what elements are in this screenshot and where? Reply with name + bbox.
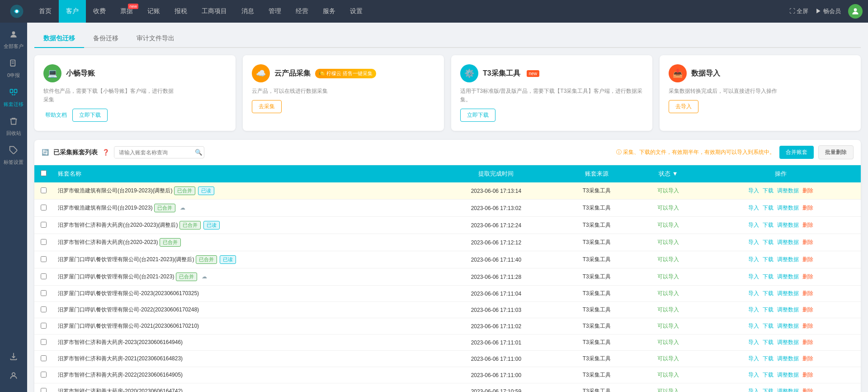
cloud-collect-btn[interactable]: 去采集 (252, 100, 282, 113)
nav-item-customer[interactable]: 客户 (59, 0, 86, 23)
tab-backup-migrate[interactable]: 备份迁移 (84, 30, 127, 48)
row-checkbox[interactable] (41, 239, 47, 245)
sidebar-item-zero-declare[interactable]: 0申报 (1, 55, 26, 82)
row-checkbox[interactable] (41, 222, 47, 228)
search-input[interactable] (114, 147, 191, 158)
row-checkbox[interactable] (41, 306, 47, 312)
sidebar-item-profile[interactable] (1, 368, 26, 385)
xiaochange-download-btn[interactable]: 立即下载 (72, 109, 108, 122)
row-checkbox[interactable] (41, 323, 47, 329)
action-下载-btn[interactable]: 下载 (763, 205, 774, 211)
action-下载-btn[interactable]: 下载 (763, 355, 774, 362)
action-下载-btn[interactable]: 下载 (763, 290, 774, 296)
action-下载-btn[interactable]: 下载 (763, 372, 774, 378)
help-icon[interactable]: ❓ (102, 149, 109, 156)
sidebar-item-tag[interactable]: 标签设置 (1, 142, 26, 169)
action-调整数据-btn[interactable]: 调整数据 (777, 372, 799, 378)
row-checkbox[interactable] (41, 372, 47, 378)
action-调整数据-btn[interactable]: 调整数据 (777, 222, 799, 228)
action-导入-btn[interactable]: 导入 (748, 273, 759, 280)
action-下载-btn[interactable]: 下载 (763, 388, 774, 392)
action-导入-btn[interactable]: 导入 (748, 388, 759, 392)
t3-download-btn[interactable]: 立即下载 (460, 109, 495, 122)
action-delete-btn[interactable]: 删除 (802, 372, 813, 378)
member-btn[interactable]: ▶ 畅会员 (816, 7, 841, 15)
action-导入-btn[interactable]: 导入 (748, 239, 759, 245)
action-delete-btn[interactable]: 删除 (802, 256, 813, 263)
action-delete-btn[interactable]: 删除 (802, 222, 813, 228)
nav-item-operation[interactable]: 经营 (288, 0, 316, 23)
action-delete-btn[interactable]: 删除 (802, 323, 813, 329)
xiaochange-help-link[interactable]: 帮助文档 (45, 111, 67, 119)
tab-audit-export[interactable]: 审计文件导出 (127, 30, 184, 48)
cloud-sync-icon[interactable]: ☁ (180, 205, 185, 211)
action-导入-btn[interactable]: 导入 (748, 355, 759, 362)
nav-item-fee[interactable]: 收费 (86, 0, 113, 23)
nav-item-manage[interactable]: 管理 (261, 0, 288, 23)
row-checkbox[interactable] (41, 355, 47, 361)
nav-item-bookkeep[interactable]: 记账 (140, 0, 167, 23)
row-checkbox[interactable] (41, 273, 47, 279)
action-导入-btn[interactable]: 导入 (748, 339, 759, 345)
cloud-sync-icon[interactable]: ☁ (202, 273, 207, 280)
nav-item-business[interactable]: 工商项目 (194, 0, 234, 23)
dataimport-goto-btn[interactable]: 去导入 (669, 100, 698, 113)
action-调整数据-btn[interactable]: 调整数据 (777, 239, 799, 245)
row-checkbox[interactable] (41, 388, 47, 392)
action-调整数据-btn[interactable]: 调整数据 (777, 323, 799, 329)
merge-accounts-btn[interactable]: 合并账套 (779, 146, 814, 159)
user-avatar[interactable] (848, 4, 863, 19)
search-button[interactable]: 🔍 (191, 147, 204, 158)
sidebar-item-recycle[interactable]: 回收站 (1, 113, 26, 140)
nav-item-invoice[interactable]: 票据new (113, 0, 140, 23)
action-delete-btn[interactable]: 删除 (802, 205, 813, 211)
action-delete-btn[interactable]: 删除 (802, 290, 813, 296)
row-checkbox[interactable] (41, 205, 47, 210)
action-下载-btn[interactable]: 下载 (763, 273, 774, 280)
action-下载-btn[interactable]: 下载 (763, 323, 774, 329)
action-下载-btn[interactable]: 下载 (763, 187, 774, 194)
row-checkbox[interactable] (41, 256, 47, 262)
action-调整数据-btn[interactable]: 调整数据 (777, 290, 799, 296)
action-导入-btn[interactable]: 导入 (748, 323, 759, 329)
nav-item-tax[interactable]: 报税 (167, 0, 194, 23)
action-导入-btn[interactable]: 导入 (748, 290, 759, 296)
action-delete-btn[interactable]: 删除 (802, 388, 813, 392)
action-delete-btn[interactable]: 删除 (802, 187, 813, 194)
row-checkbox[interactable] (41, 339, 47, 345)
action-下载-btn[interactable]: 下载 (763, 306, 774, 313)
batch-delete-btn[interactable]: 批量删除 (818, 145, 854, 159)
action-delete-btn[interactable]: 删除 (802, 273, 813, 280)
action-导入-btn[interactable]: 导入 (748, 222, 759, 228)
action-调整数据-btn[interactable]: 调整数据 (777, 205, 799, 211)
action-导入-btn[interactable]: 导入 (748, 205, 759, 211)
action-调整数据-btn[interactable]: 调整数据 (777, 256, 799, 263)
app-logo[interactable] (5, 0, 28, 23)
action-下载-btn[interactable]: 下载 (763, 339, 774, 345)
refresh-icon[interactable]: 🔄 (42, 149, 49, 156)
sidebar-item-all-customers[interactable]: 全部客户 (1, 26, 26, 53)
action-下载-btn[interactable]: 下载 (763, 222, 774, 228)
action-下载-btn[interactable]: 下载 (763, 239, 774, 245)
nav-item-message[interactable]: 消息 (234, 0, 261, 23)
action-delete-btn[interactable]: 删除 (802, 239, 813, 245)
sidebar-item-download[interactable] (1, 349, 26, 366)
row-checkbox[interactable] (41, 290, 47, 296)
action-delete-btn[interactable]: 删除 (802, 355, 813, 362)
col-status[interactable]: 状态 ▼ (636, 165, 701, 182)
action-调整数据-btn[interactable]: 调整数据 (777, 355, 799, 362)
tab-data-migrate[interactable]: 数据包迁移 (34, 30, 84, 48)
action-下载-btn[interactable]: 下载 (763, 256, 774, 263)
action-delete-btn[interactable]: 删除 (802, 306, 813, 313)
action-调整数据-btn[interactable]: 调整数据 (777, 187, 799, 194)
action-调整数据-btn[interactable]: 调整数据 (777, 388, 799, 392)
action-调整数据-btn[interactable]: 调整数据 (777, 306, 799, 313)
action-delete-btn[interactable]: 删除 (802, 339, 813, 345)
nav-item-setting[interactable]: 设置 (343, 0, 370, 23)
action-导入-btn[interactable]: 导入 (748, 372, 759, 378)
action-导入-btn[interactable]: 导入 (748, 306, 759, 313)
sidebar-item-migrate[interactable]: 账套迁移 (1, 84, 26, 111)
fullscreen-btn[interactable]: ⛶ 全屏 (789, 7, 809, 15)
action-调整数据-btn[interactable]: 调整数据 (777, 273, 799, 280)
row-checkbox[interactable] (41, 187, 47, 193)
